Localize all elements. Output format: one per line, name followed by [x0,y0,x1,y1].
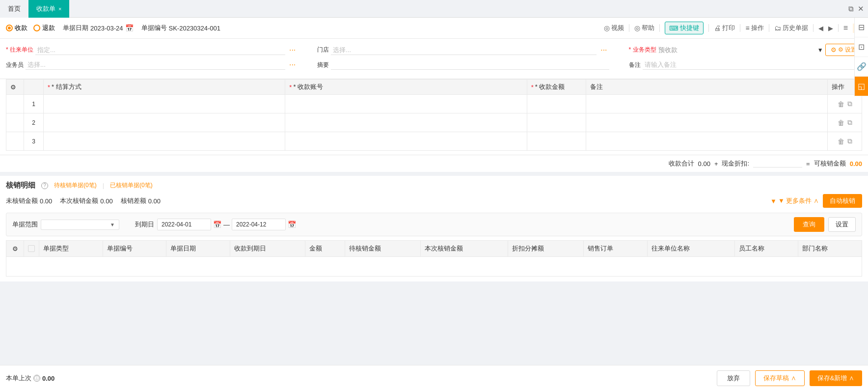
sidebar-table-icon[interactable]: ⊟ [855,18,868,37]
tab-bar: 首页 收款单 × ⧉ ✕ [0,0,868,18]
verif-info-icon[interactable]: ? [41,182,48,189]
filter-icon: ▼ [770,197,777,205]
help-label: 帮助 [642,24,654,32]
row-3-settle[interactable] [44,132,285,151]
discount-input[interactable] [753,160,802,168]
radio-refund[interactable]: 退款 [33,24,55,32]
bottom-table-empty-row [6,257,862,277]
layout-list-icon[interactable]: ≡ [843,24,848,32]
row-1-copy-icon[interactable]: ⧉ [847,100,852,108]
table-gear-th[interactable]: ⚙ [6,80,24,95]
save-new-button[interactable]: 保存&新增 ∧ [810,370,862,386]
summary-field: 摘要 [317,60,609,70]
col-type-th: 单据类型 [39,241,103,257]
row-1-account[interactable] [285,95,527,113]
more-conditions-btn[interactable]: ▼ ▼ 更多条件 ∧ [770,196,819,205]
row-3-copy-icon[interactable]: ⧉ [847,137,852,145]
tab-close-icon[interactable]: × [58,6,61,12]
date-to-calendar-icon[interactable]: 📅 [288,221,296,228]
salesperson-more-icon[interactable]: ··· [287,60,298,69]
sidebar-doc-icon[interactable]: ⊡ [855,37,868,57]
summary-discount-label: 现金折扣: [722,159,749,168]
done-tab[interactable]: 已核销单据(0笔) [110,181,153,190]
row-3-amount[interactable] [527,132,586,151]
select-all-checkbox[interactable] [28,245,35,252]
remark-input[interactable] [643,60,862,70]
tab-home[interactable]: 首页 [0,0,28,18]
row-1-action: 🗑 ⧉ [828,95,862,113]
col-counterparty-label: 往来单位名称 [651,244,690,253]
range-select[interactable]: ▼ [41,220,119,230]
video-btn[interactable]: ◎ 视频 [604,24,624,32]
query-button[interactable]: 查询 [794,217,824,232]
shortcut-btn[interactable]: ⌨ 快捷键 [665,22,704,34]
tab-sep: | [103,182,104,189]
divider-4 [740,24,740,32]
col-counterparty-th: 往来单位名称 [647,241,734,257]
row-1-delete-icon[interactable]: 🗑 [838,100,844,108]
row-3-account[interactable] [285,132,527,151]
window-close-icon[interactable]: ✕ [858,4,864,13]
row-1-remark[interactable] [586,95,827,113]
verif-title: 核销明细 [6,181,35,190]
row-2-settle[interactable] [44,113,285,132]
col-due-th: 收款到期日 [230,241,305,257]
section-divider [0,172,868,176]
col-number-label: 单据编号 [107,244,133,253]
shop-more-icon[interactable]: ··· [598,46,609,55]
print-btn[interactable]: 🖨 打印 [714,24,735,32]
op-btn[interactable]: ≡ 操作 [745,24,763,32]
date-from-calendar-icon[interactable]: 📅 [213,221,221,228]
this-verif-value: 0.00 [100,197,112,205]
nav-next-icon[interactable]: ▶ [828,25,833,32]
row-3-remark[interactable] [586,132,827,151]
tab-receipts[interactable]: 收款单 × [28,0,69,18]
col-date-label: 单据日期 [170,244,196,253]
row-2-amount[interactable] [527,113,586,132]
history-btn[interactable]: 🗂 历史单据 [774,24,808,32]
row-2-account[interactable] [285,113,527,132]
row-3-delete-icon[interactable]: 🗑 [838,138,844,145]
bottom-table-wrap: ⚙ 单据类型 单据编号 [6,240,862,277]
divider-1 [629,24,629,32]
date-to-input[interactable] [232,219,286,230]
bottom-gear-icon: ⚙ [12,245,18,252]
radio-receipt[interactable]: 收款 [6,24,27,32]
salesperson-input[interactable] [26,60,285,70]
col-discount-th: 折扣分摊额 [508,241,584,257]
row-1-amount[interactable] [527,95,586,113]
save-draft-button[interactable]: 保存草稿 ∧ [755,370,805,386]
row-2-remark[interactable] [586,113,827,132]
nav-prev-icon[interactable]: ◀ [818,25,823,32]
help-btn[interactable]: ◎ 帮助 [634,24,654,32]
business-type-value: 预收款 [658,46,815,55]
shortcut-label: 快捷键 [680,24,699,32]
row-2-copy-icon[interactable]: ⧉ [847,118,852,127]
pending-tab[interactable]: 待核销单据(0笔) [54,181,97,190]
filter-settings-button[interactable]: 设置 [828,217,856,232]
form-row-1: * 往来单位 ··· 门店 ··· * 业务类型 预收款 ▼ ⚙ ⚙ 设置 [6,44,862,56]
date-from-input[interactable] [157,219,211,230]
summary-input[interactable] [331,60,609,70]
window-restore-icon[interactable]: ⧉ [848,4,854,13]
sidebar-link-icon[interactable]: 🔗 [855,57,868,77]
settings-icon: ⚙ [831,46,837,54]
counterparty-more-icon[interactable]: ··· [287,46,298,55]
date-calendar-icon[interactable]: 📅 [125,24,134,32]
range-select-arrow: ▼ [110,222,115,227]
date-field: 单据日期 2023-03-24 📅 [63,24,134,32]
abandon-button[interactable]: 放弃 [717,370,750,386]
bottom-checkbox-th [24,241,39,257]
bottom-gear-th[interactable]: ⚙ [6,241,24,257]
counterparty-input[interactable] [35,45,285,55]
row-2-delete-icon[interactable]: 🗑 [838,119,844,127]
shop-input[interactable] [331,45,597,55]
row-1-settle[interactable] [44,95,285,113]
divider-7 [838,24,839,32]
business-type-select[interactable]: 预收款 ▼ [658,46,823,55]
verif-header: 核销明细 ? 待核销单据(0笔) | 已核销单据(0笔) [6,181,862,190]
auto-verif-button[interactable]: 自动核销 [823,194,862,208]
sidebar-expand-icon[interactable]: ◱ [855,77,868,96]
footer-info-icon[interactable]: ⓘ [33,375,40,382]
remark-field: 备注 [629,60,862,70]
